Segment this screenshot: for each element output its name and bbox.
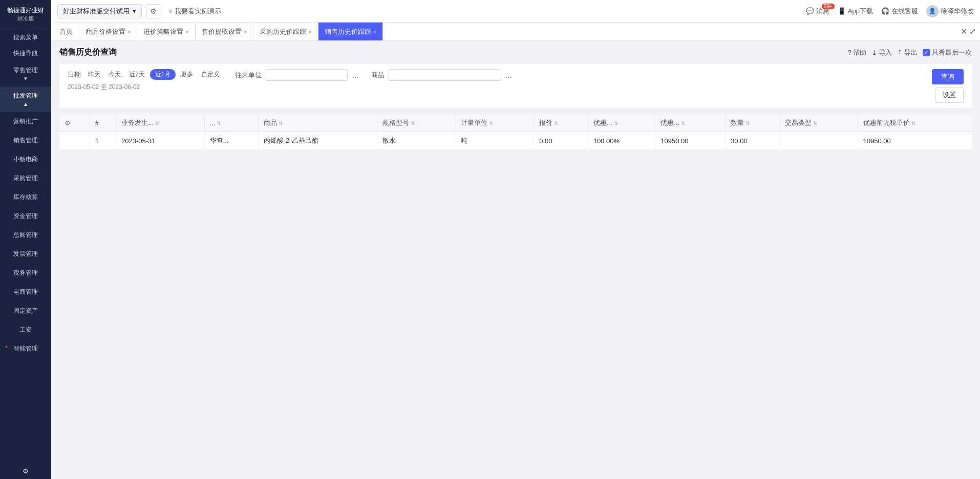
source-input[interactable]	[266, 69, 348, 81]
app-edition: 标准版	[17, 15, 34, 23]
sort-icon: ⇅	[681, 120, 685, 126]
tab-label: 售价提取设置	[202, 27, 242, 36]
sidebar-item-sales[interactable]: 销售管理	[0, 131, 51, 150]
tab-sales-history[interactable]: 销售历史价跟踪 ×	[318, 23, 383, 41]
user-name: 徐泽华修改	[941, 7, 974, 16]
gear-icon[interactable]: ⚙	[65, 119, 71, 127]
export-btn[interactable]: ⤒ 导出	[897, 48, 918, 57]
date-opt-today[interactable]: 今天	[105, 69, 124, 80]
tab-close-icon[interactable]: ×	[185, 29, 188, 35]
sidebar-item-xiaochu[interactable]: 小畅电商	[0, 150, 51, 169]
goods-dots-btn[interactable]: ...	[505, 71, 512, 80]
edition-select[interactable]: 好业财标准版交付试用 ▾	[57, 4, 142, 18]
message-icon: 💬	[806, 7, 814, 15]
sidebar-item-label: 智能管理	[13, 344, 38, 353]
date-opt-last1m[interactable]: 近1月	[150, 69, 176, 80]
th-qty[interactable]: 数量 ⇅	[726, 114, 780, 132]
sidebar-settings-icon[interactable]: ⚙	[0, 463, 51, 479]
date-opt-last7[interactable]: 近7天	[126, 69, 148, 80]
date-opt-more[interactable]: 更多	[178, 69, 196, 80]
tab-close-icon[interactable]: ×	[373, 29, 376, 35]
sidebar-item-label: 资金管理	[13, 212, 38, 221]
th-price[interactable]: 报价 ⇅	[534, 114, 588, 132]
date-label: 日期	[68, 70, 81, 79]
cell-biz-date: 2023-05-31	[116, 132, 204, 150]
results-table: ⚙ # 业务发生... ⇅ ... ⇅	[59, 114, 972, 150]
sidebar-item-smart[interactable]: ● 智能管理	[0, 339, 51, 358]
th-gear[interactable]: ⚙	[59, 114, 90, 132]
topbar-right: 💬 消息 99+ 📱 App下载 🎧 在线客服 👤 徐泽华修改	[806, 5, 974, 17]
app-download-label: App下载	[848, 7, 873, 16]
filter-section: 日期 昨天 今天 近7天 近1月 更多 自定义 2023-05-02 至 202…	[59, 64, 972, 108]
sidebar-item-fixed[interactable]: 固定资产	[0, 301, 51, 320]
online-service-btn[interactable]: 🎧 在线客服	[881, 7, 918, 16]
th-spec[interactable]: 规格型号 ⇅	[377, 114, 456, 132]
query-button[interactable]: 查询	[932, 69, 964, 84]
sidebar-item-inventory[interactable]: 库存核算	[0, 188, 51, 207]
close-window-icon[interactable]: ✕	[961, 27, 967, 36]
date-opt-custom[interactable]: 自定义	[198, 69, 223, 80]
sidebar-item-invoice[interactable]: 发票管理	[0, 245, 51, 264]
sidebar-item-salary[interactable]: 工资	[0, 320, 51, 339]
th-pre-tax[interactable]: 优惠前无税单价 ⇅	[858, 114, 972, 132]
sidebar-item-label: 销售管理	[13, 136, 38, 145]
sidebar-item-general[interactable]: 总账管理	[0, 226, 51, 245]
messages-btn[interactable]: 💬 消息 99+	[806, 7, 829, 16]
sidebar-item-finance[interactable]: 资金管理	[0, 207, 51, 226]
th-biz-date[interactable]: 业务发生... ⇅	[116, 114, 204, 132]
topbar-setting-btn[interactable]: ⚙	[146, 4, 160, 18]
sidebar-item-marketing[interactable]: 营销推广	[0, 112, 51, 131]
source-dots-btn[interactable]: ...	[352, 71, 358, 80]
demo-link[interactable]: ○ 我要看实例演示	[168, 7, 221, 16]
sidebar-item-label: 固定资产	[13, 307, 38, 315]
page-header: 销售历史价查询 ? 帮助 ⤓ 导入 ⤒ 导出 ✓ 只看最后一次	[59, 47, 972, 58]
th-goods[interactable]: 商品 ⇅	[258, 114, 377, 132]
cell-gear	[59, 132, 90, 150]
only-last-checkbox[interactable]: ✓ 只看最后一次	[923, 48, 972, 57]
source-label: 往来单位	[235, 71, 262, 80]
date-opt-yesterday[interactable]: 昨天	[85, 69, 103, 80]
sidebar-search[interactable]: 搜索菜单	[0, 29, 51, 46]
expand-window-icon[interactable]: ⤢	[969, 27, 976, 36]
sidebar-item-tax[interactable]: 税务管理	[0, 264, 51, 282]
cell-price: 0.00	[534, 132, 588, 150]
setting-button[interactable]: 设置	[935, 88, 964, 103]
tab-close-icon[interactable]: ×	[127, 29, 131, 35]
import-icon: ⤓	[871, 49, 877, 56]
cell-tx-type	[779, 132, 858, 150]
sort-icon: ⇅	[411, 120, 415, 126]
th-more[interactable]: ... ⇅	[204, 114, 258, 132]
tab-strategy[interactable]: 进价策略设置 ×	[137, 23, 195, 41]
tab-price-setting[interactable]: 商品价格设置 ×	[79, 23, 137, 41]
tab-close-icon[interactable]: ×	[244, 29, 247, 35]
sort-icon: ⇅	[279, 120, 283, 126]
app-download-btn[interactable]: 📱 App下载	[838, 7, 873, 16]
th-unit[interactable]: 计量单位 ⇅	[456, 114, 534, 132]
cell-goods: 丙烯酸-2-乙基己酯	[258, 132, 377, 150]
tab-close-icon[interactable]: ×	[308, 29, 311, 35]
sidebar-item-ecom[interactable]: 电商管理	[0, 282, 51, 301]
download-icon: 📱	[838, 7, 846, 15]
sidebar-quick-nav[interactable]: 快捷导航	[0, 46, 51, 61]
goods-input[interactable]	[389, 69, 501, 81]
import-btn[interactable]: ⤓ 导入	[871, 48, 892, 57]
th-discount2[interactable]: 优惠... ⇅	[655, 114, 726, 132]
tab-home[interactable]: 首页	[53, 23, 79, 41]
help-btn[interactable]: ? 帮助	[848, 48, 866, 57]
export-icon: ⤒	[897, 49, 903, 56]
sidebar-item-retail[interactable]: 零售管理 ▼	[0, 61, 51, 86]
tab-sale-extract[interactable]: 售价提取设置 ×	[196, 23, 253, 41]
sidebar-item-purchase[interactable]: 采购管理	[0, 169, 51, 188]
cell-source: 华查...	[204, 132, 258, 150]
tab-purchase-history[interactable]: 采购历史价跟踪 ×	[253, 23, 318, 41]
th-discount1[interactable]: 优惠... ⇅	[588, 114, 655, 132]
sidebar-item-label: 采购管理	[13, 174, 38, 183]
app-logo: 畅捷通好业财 标准版	[0, 0, 51, 29]
user-menu[interactable]: 👤 徐泽华修改	[926, 5, 974, 17]
sidebar-item-wholesale[interactable]: 批发管理 ▲	[0, 86, 51, 112]
cell-discount2: 10950.00	[655, 132, 726, 150]
sort-icon: ⇅	[911, 120, 915, 126]
th-tx-type[interactable]: 交易类型 ⇅	[779, 114, 858, 132]
table-row[interactable]: 1 2023-05-31 华查... 丙烯酸-2-乙基己酯 散水 吨 0.00 …	[59, 132, 972, 150]
user-icon: 👤	[929, 8, 936, 14]
